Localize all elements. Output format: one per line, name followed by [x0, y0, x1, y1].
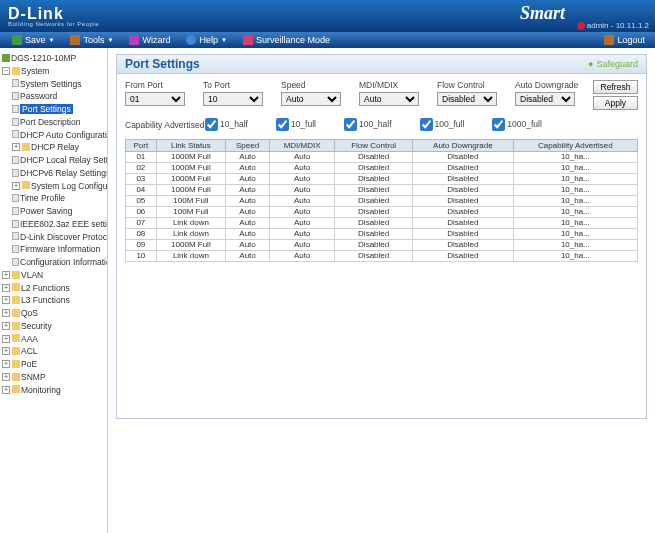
cap-1000full-checkbox[interactable] [492, 118, 505, 131]
tree-dhcpv6[interactable]: DHCPv6 Relay Settings [12, 166, 105, 179]
autodown-select[interactable]: Disabled [515, 92, 575, 106]
expand-icon[interactable]: + [12, 143, 20, 151]
logout-button[interactable]: Logout [598, 35, 651, 45]
tree-device[interactable]: DGS-1210-10MP [2, 51, 105, 64]
expand-icon[interactable]: + [2, 335, 10, 343]
cell-link: 1000M Full [156, 152, 225, 163]
tree-aaa[interactable]: +AAA [2, 332, 105, 345]
flow-select[interactable]: Disabled [437, 92, 497, 106]
folder-icon [12, 322, 20, 330]
expand-icon[interactable]: + [2, 271, 10, 279]
cap-10half-checkbox[interactable] [205, 118, 218, 131]
tree-port-settings[interactable]: Port Settings [12, 102, 105, 115]
cap-100full-checkbox[interactable] [420, 118, 433, 131]
wizard-button[interactable]: Wizard [121, 35, 178, 45]
table-row[interactable]: 07Link downAutoAutoDisabledDisabled10_ha… [126, 218, 638, 229]
cell-auto_down: Disabled [413, 229, 514, 240]
tree-dhcp-local[interactable]: DHCP Local Relay Settings [12, 153, 105, 166]
cell-flow: Disabled [335, 218, 413, 229]
tree-acl[interactable]: +ACL [2, 344, 105, 357]
table-row[interactable]: 10Link downAutoAutoDisabledDisabled10_ha… [126, 251, 638, 262]
cap-100half-checkbox[interactable] [344, 118, 357, 131]
tree-config-info[interactable]: Configuration Information [12, 255, 105, 268]
expand-icon[interactable]: + [2, 347, 10, 355]
tree-power-saving[interactable]: Power Saving [12, 204, 105, 217]
cell-cap: 10_ha... [513, 185, 637, 196]
safeguard-badge: Safeguard [588, 59, 638, 69]
table-row[interactable]: 031000M FullAutoAutoDisabledDisabled10_h… [126, 174, 638, 185]
tree-monitoring[interactable]: +Monitoring [2, 383, 105, 396]
folder-icon [12, 360, 20, 368]
tree-password[interactable]: Password [12, 89, 105, 102]
speed-select[interactable]: Auto [281, 92, 341, 106]
table-row[interactable]: 021000M FullAutoAutoDisabledDisabled10_h… [126, 163, 638, 174]
page-icon [12, 92, 19, 100]
expand-icon[interactable]: + [2, 309, 10, 317]
tree-port-description[interactable]: Port Description [12, 115, 105, 128]
expand-icon[interactable]: + [2, 360, 10, 368]
tree-firmware[interactable]: Firmware Information [12, 242, 105, 255]
to-port-label: To Port [203, 80, 281, 90]
table-row[interactable]: 05100M FullAutoAutoDisabledDisabled10_ha… [126, 196, 638, 207]
tree-snmp[interactable]: +SNMP [2, 370, 105, 383]
cell-link: 100M Full [156, 207, 225, 218]
folder-icon [12, 385, 20, 393]
table-row[interactable]: 06100M FullAutoAutoDisabledDisabled10_ha… [126, 207, 638, 218]
folder-icon [12, 296, 20, 304]
apply-button[interactable]: Apply [593, 96, 638, 110]
tree-security[interactable]: +Security [2, 319, 105, 332]
cell-auto_down: Disabled [413, 152, 514, 163]
mdi-label: MDI/MDIX [359, 80, 437, 90]
cap-10half[interactable]: 10_half [205, 118, 248, 131]
tree-system-settings[interactable]: System Settings [12, 77, 105, 90]
expand-icon[interactable]: + [2, 373, 10, 381]
cell-flow: Disabled [335, 174, 413, 185]
page-icon [12, 245, 19, 253]
tree-poe[interactable]: +PoE [2, 357, 105, 370]
expand-icon[interactable]: + [2, 284, 10, 292]
cell-speed: Auto [226, 229, 270, 240]
save-menu[interactable]: Save▼ [4, 35, 62, 45]
tree-l3[interactable]: +L3 Functions [2, 293, 105, 306]
table-row[interactable]: 041000M FullAutoAutoDisabledDisabled10_h… [126, 185, 638, 196]
cell-mdi: Auto [269, 163, 334, 174]
cell-link: Link down [156, 229, 225, 240]
expand-icon[interactable]: + [2, 386, 10, 394]
tree-time-profile[interactable]: Time Profile [12, 191, 105, 204]
tools-menu[interactable]: Tools▼ [62, 35, 121, 45]
tree-dlink-discover[interactable]: D-Link Discover Protocol [12, 230, 105, 243]
tree-dhcp-auto[interactable]: DHCP Auto Configuration [12, 128, 105, 141]
table-row[interactable]: 011000M FullAutoAutoDisabledDisabled10_h… [126, 152, 638, 163]
table-row[interactable]: 08Link downAutoAutoDisabledDisabled10_ha… [126, 229, 638, 240]
tree-syslog[interactable]: +System Log Configuration [12, 179, 105, 192]
cell-auto_down: Disabled [413, 240, 514, 251]
table-row[interactable]: 091000M FullAutoAutoDisabledDisabled10_h… [126, 240, 638, 251]
collapse-icon[interactable]: − [2, 67, 10, 75]
tree-vlan[interactable]: +VLAN [2, 268, 105, 281]
cell-auto_down: Disabled [413, 196, 514, 207]
tree-dhcp-relay[interactable]: +DHCP Relay [12, 140, 105, 153]
device-icon [2, 54, 10, 62]
cell-flow: Disabled [335, 251, 413, 262]
refresh-button[interactable]: Refresh [593, 80, 638, 94]
tree-system[interactable]: −System System Settings Password Port Se… [2, 64, 105, 268]
surveillance-button[interactable]: Surveillance Mode [235, 35, 338, 45]
col-flow: Flow Control [335, 140, 413, 152]
mdi-select[interactable]: Auto [359, 92, 419, 106]
chevron-down-icon: ▼ [221, 37, 227, 43]
cap-100full[interactable]: 100_full [420, 118, 465, 131]
tree-l2[interactable]: +L2 Functions [2, 281, 105, 294]
from-port-select[interactable]: 01 [125, 92, 185, 106]
folder-icon [12, 271, 20, 279]
cap-100half[interactable]: 100_half [344, 118, 392, 131]
cap-1000full[interactable]: 1000_full [492, 118, 542, 131]
expand-icon[interactable]: + [2, 296, 10, 304]
cap-10full[interactable]: 10_full [276, 118, 316, 131]
help-menu[interactable]: Help▼ [178, 35, 234, 45]
tree-qos[interactable]: +QoS [2, 306, 105, 319]
tree-ieee8023az[interactable]: IEEE802.3az EEE settings [12, 217, 105, 230]
expand-icon[interactable]: + [2, 322, 10, 330]
expand-icon[interactable]: + [12, 182, 20, 190]
to-port-select[interactable]: 10 [203, 92, 263, 106]
cap-10full-checkbox[interactable] [276, 118, 289, 131]
